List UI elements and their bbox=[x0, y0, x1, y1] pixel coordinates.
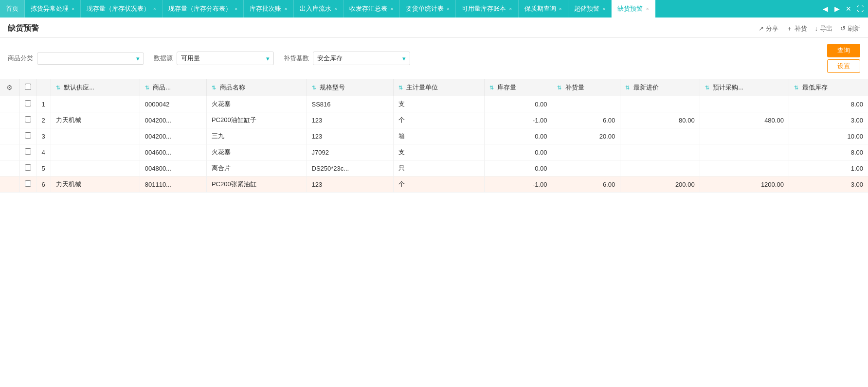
row-latest-price bbox=[620, 128, 700, 144]
tab-overstock[interactable]: 超储预警 × bbox=[568, 0, 612, 18]
row-checkbox-cell[interactable] bbox=[19, 160, 36, 176]
tab-inout-flow[interactable]: 出入库流水 × bbox=[294, 0, 344, 18]
row-estimated-purchase bbox=[700, 144, 789, 160]
col-replenish-qty[interactable]: ⇅ 补货量 bbox=[552, 79, 620, 96]
row-checkbox[interactable] bbox=[25, 116, 31, 123]
tab-inventory-status[interactable]: 现存量（库存状况表） × bbox=[81, 0, 162, 18]
share-icon: ↗ bbox=[759, 25, 764, 32]
col-unit[interactable]: ⇅ 主计量单位 bbox=[393, 79, 484, 96]
row-stock-qty: -1.00 bbox=[484, 176, 552, 193]
share-button[interactable]: ↗ 分享 bbox=[759, 24, 778, 33]
close-tab-inventory-status[interactable]: × bbox=[153, 6, 156, 12]
category-label: 商品分类 bbox=[8, 54, 33, 63]
close-tab-inventory-dist[interactable]: × bbox=[235, 6, 237, 12]
query-button[interactable]: 查询 bbox=[827, 44, 860, 57]
row-gear-cell bbox=[0, 96, 19, 112]
tab-abnormal[interactable]: 拣货异常处理 × bbox=[25, 0, 81, 18]
tab-home[interactable]: 首页 bbox=[0, 0, 25, 18]
row-checkbox-cell[interactable] bbox=[19, 96, 36, 112]
header-actions: ↗ 分享 ＋ 补货 ↓ 导出 ↺ 刷新 bbox=[759, 24, 861, 33]
tab-bar: 首页 拣货异常处理 × 现存量（库存状况表） × 现存量（库存分布表） × 库存… bbox=[0, 0, 868, 18]
filter-area: 商品分类 ▾ 数据源 可用量 ▾ 补货基数 安全库存 ▾ 查询 设置 bbox=[0, 38, 868, 79]
row-replenish-qty: 6.00 bbox=[552, 112, 620, 128]
replenish-basis-value: 安全库存 bbox=[317, 54, 343, 63]
row-checkbox[interactable] bbox=[25, 148, 31, 155]
col-default-supplier[interactable]: ⇅ 默认供应... bbox=[51, 79, 140, 96]
row-min-stock: 1.00 bbox=[789, 160, 868, 176]
tab-shortage[interactable]: 缺货预警 × bbox=[612, 0, 655, 18]
col-product-code[interactable]: ⇅ 商品... bbox=[140, 79, 206, 96]
replenish-button[interactable]: ＋ 补货 bbox=[786, 24, 807, 33]
sort-icon-name: ⇅ bbox=[212, 85, 216, 90]
col-gear[interactable]: ⚙ bbox=[0, 79, 19, 96]
tab-expiry-query[interactable]: 保质期查询 × bbox=[519, 0, 568, 18]
replenish-basis-select[interactable]: 安全库存 ▾ bbox=[313, 52, 410, 65]
row-stock-qty: -1.00 bbox=[484, 112, 552, 128]
row-checkbox-cell[interactable] bbox=[19, 176, 36, 193]
category-select[interactable]: ▾ bbox=[37, 53, 144, 65]
category-filter-group: 商品分类 ▾ bbox=[8, 53, 144, 65]
datasource-select[interactable]: 可用量 ▾ bbox=[177, 52, 274, 65]
row-unit: 个 bbox=[393, 176, 484, 193]
tab-close-all-button[interactable]: ✕ bbox=[843, 3, 854, 15]
close-tab-inout-flow[interactable]: × bbox=[334, 6, 337, 12]
table-row: 6 力天机械 801110... PC200张紧油缸 123 个 -1.00 6… bbox=[0, 176, 868, 193]
close-tab-expiry-query[interactable]: × bbox=[559, 6, 562, 12]
row-checkbox[interactable] bbox=[25, 180, 31, 187]
close-tab-order-stats[interactable]: × bbox=[447, 6, 450, 12]
col-spec[interactable]: ⇅ 规格型号 bbox=[307, 79, 393, 96]
tab-next-button[interactable]: ▶ bbox=[831, 3, 843, 15]
col-stock-qty[interactable]: ⇅ 库存量 bbox=[484, 79, 552, 96]
row-checkbox-cell[interactable] bbox=[19, 144, 36, 160]
sort-icon-replenish: ⇅ bbox=[557, 85, 561, 90]
col-min-stock[interactable]: ⇅ 最低库存 bbox=[789, 79, 868, 96]
row-unit: 个 bbox=[393, 112, 484, 128]
tab-inventory-dist[interactable]: 现存量（库存分布表） × bbox=[163, 0, 244, 18]
sort-icon-unit: ⇅ bbox=[398, 85, 403, 90]
col-latest-price[interactable]: ⇅ 最新进价 bbox=[620, 79, 700, 96]
col-checkbox bbox=[19, 79, 36, 96]
tab-receive-summary[interactable]: 收发存汇总表 × bbox=[344, 0, 399, 18]
row-product-name: 火花塞 bbox=[206, 96, 307, 112]
refresh-button[interactable]: ↺ 刷新 bbox=[840, 24, 860, 33]
row-stock-qty: 0.00 bbox=[484, 160, 552, 176]
row-supplier: 力天机械 bbox=[51, 176, 140, 193]
tab-order-stats[interactable]: 要货单统计表 × bbox=[400, 0, 456, 18]
row-checkbox[interactable] bbox=[25, 100, 31, 106]
close-tab-overstock[interactable]: × bbox=[602, 6, 605, 12]
row-checkbox-cell[interactable] bbox=[19, 112, 36, 128]
tab-fullscreen-button[interactable]: ⛶ bbox=[854, 3, 866, 15]
row-checkbox-cell[interactable] bbox=[19, 128, 36, 144]
col-product-name[interactable]: ⇅ 商品名称 bbox=[206, 79, 307, 96]
gear-icon[interactable]: ⚙ bbox=[6, 84, 13, 91]
tab-prev-button[interactable]: ◀ bbox=[819, 3, 831, 15]
row-number: 6 bbox=[36, 176, 51, 193]
row-gear-cell bbox=[0, 160, 19, 176]
row-unit: 支 bbox=[393, 144, 484, 160]
row-estimated-purchase bbox=[700, 128, 789, 144]
row-replenish-qty: 20.00 bbox=[552, 128, 620, 144]
row-gear-cell bbox=[0, 112, 19, 128]
sort-icon-est-purchase: ⇅ bbox=[705, 85, 709, 90]
tab-batch-account[interactable]: 库存批次账 × bbox=[244, 0, 293, 18]
table-row: 2 力天机械 004200... PC200油缸缸子 123 个 -1.00 6… bbox=[0, 112, 868, 128]
row-checkbox[interactable] bbox=[25, 132, 31, 139]
row-number: 1 bbox=[36, 96, 51, 112]
close-tab-abnormal[interactable]: × bbox=[72, 6, 74, 12]
select-all-checkbox[interactable] bbox=[25, 84, 31, 90]
tab-available-ledger[interactable]: 可用量库存账本 × bbox=[456, 0, 518, 18]
refresh-icon: ↺ bbox=[840, 25, 846, 32]
row-replenish-qty bbox=[552, 144, 620, 160]
close-tab-available-ledger[interactable]: × bbox=[509, 6, 512, 12]
row-spec: SS816 bbox=[307, 96, 393, 112]
table-header-row: ⚙ ⇅ 默认供应... ⇅ 商品... ⇅ bbox=[0, 79, 868, 96]
col-estimated-purchase[interactable]: ⇅ 预计采购... bbox=[700, 79, 789, 96]
row-checkbox[interactable] bbox=[25, 164, 31, 171]
datasource-chevron-icon: ▾ bbox=[266, 55, 270, 62]
settings-button[interactable]: 设置 bbox=[827, 59, 860, 73]
close-tab-receive-summary[interactable]: × bbox=[390, 6, 393, 12]
export-button[interactable]: ↓ 导出 bbox=[815, 24, 833, 33]
row-supplier bbox=[51, 160, 140, 176]
close-tab-batch-account[interactable]: × bbox=[284, 6, 287, 12]
close-tab-shortage[interactable]: × bbox=[646, 6, 649, 12]
